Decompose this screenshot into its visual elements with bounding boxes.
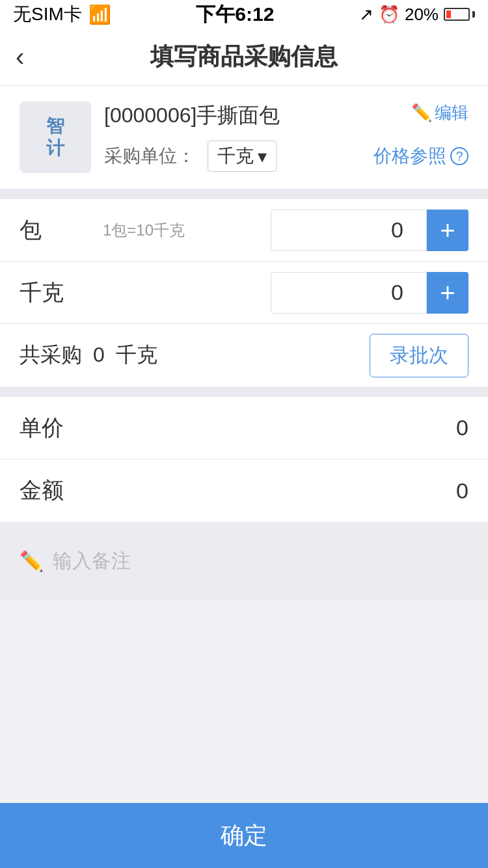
product-name-row: [0000006]手撕面包 ✏️ 编辑 [104, 102, 468, 130]
price-ref-label: 价格参照 [373, 144, 446, 169]
kg-field-wrapper: + [98, 272, 468, 314]
kg-input-row: 千克 + [0, 262, 488, 324]
edit-button[interactable]: ✏️ 编辑 [411, 102, 468, 124]
edit-label: 编辑 [435, 102, 468, 124]
status-bar: 无SIM卡 📶 下午6:12 ↗ ⏰ 20% [0, 0, 488, 29]
summary-text: 共采购 0 千克 [20, 341, 157, 370]
back-button[interactable]: ‹ [16, 42, 24, 72]
bag-plus-button[interactable]: + [427, 210, 468, 251]
product-info: [0000006]手撕面包 ✏️ 编辑 采购单位： 千克 ▾ 价格参照 ? [104, 102, 468, 172]
product-thumbnail: 智 计 [20, 102, 91, 173]
unit-price-row: 单价 0 [0, 397, 488, 459]
chevron-down-icon: ▾ [258, 146, 267, 167]
product-card: 智 计 [0000006]手撕面包 ✏️ 编辑 采购单位： 千克 ▾ 价格参照 [0, 86, 488, 189]
kg-input[interactable] [271, 272, 427, 314]
status-left: 无SIM卡 📶 [13, 2, 111, 27]
price-reference-button[interactable]: 价格参照 ? [373, 144, 468, 169]
unit-prefix: 采购单位： [104, 146, 195, 166]
nav-bar: ‹ 填写商品采购信息 [0, 29, 488, 86]
unit-dropdown[interactable]: 千克 ▾ [208, 141, 277, 172]
confirm-label: 确定 [221, 820, 267, 852]
section-divider-1 [0, 189, 488, 199]
bag-input[interactable] [271, 210, 427, 251]
bag-label: 包 [20, 215, 98, 245]
unit-selector: 采购单位： 千克 ▾ [104, 141, 277, 172]
product-name: [0000006]手撕面包 [104, 102, 280, 130]
summary-row: 共采购 0 千克 录批次 [0, 324, 488, 387]
battery-percent: 20% [405, 5, 439, 25]
kg-plus-button[interactable]: + [427, 272, 468, 314]
location-icon: ↗ [359, 5, 373, 25]
price-section: 单价 0 金额 0 [0, 397, 488, 522]
help-icon: ? [450, 147, 468, 165]
summary-unit: 千克 [116, 343, 157, 366]
wifi-icon: 📶 [88, 4, 111, 25]
confirm-bar[interactable]: 确定 [0, 803, 488, 868]
amount-value: 0 [456, 478, 468, 504]
unit-value: 千克 [217, 144, 254, 169]
pencil-icon: ✏️ [20, 550, 44, 573]
kg-label: 千克 [20, 278, 98, 308]
status-time: 下午6:12 [196, 1, 274, 28]
page-title: 填写商品采购信息 [150, 41, 338, 73]
bag-sub-label: 1包=10千克 [103, 220, 185, 241]
unit-price-value: 0 [456, 415, 468, 441]
alarm-icon: ⏰ [379, 5, 400, 25]
edit-icon: ✏️ [411, 103, 432, 123]
status-right: ↗ ⏰ 20% [359, 5, 475, 25]
amount-label: 金额 [20, 476, 64, 506]
summary-amount: 0 [93, 343, 105, 366]
amount-row: 金额 0 [0, 459, 488, 522]
note-section[interactable]: ✏️ 输入备注 [0, 522, 488, 600]
bag-field-wrapper: + [185, 210, 468, 251]
unit-price-label: 单价 [20, 413, 64, 443]
bag-input-row: 包 1包=10千克 + [0, 199, 488, 262]
carrier-label: 无SIM卡 [13, 2, 82, 27]
product-logo: 智 计 [46, 115, 64, 159]
battery-icon [444, 8, 475, 21]
summary-prefix: 共采购 [20, 343, 82, 366]
quantity-input-section: 包 1包=10千克 + 千克 + [0, 199, 488, 324]
batch-button[interactable]: 录批次 [370, 334, 468, 377]
section-divider-2 [0, 387, 488, 397]
content-body [0, 600, 488, 834]
product-unit-row: 采购单位： 千克 ▾ 价格参照 ? [104, 141, 468, 172]
note-placeholder: 输入备注 [53, 548, 131, 575]
